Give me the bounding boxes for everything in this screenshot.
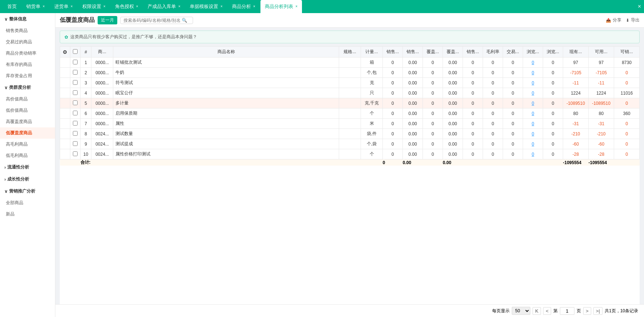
row-checkbox-input[interactable] [73, 131, 78, 136]
nav-tab-analysis[interactable]: 商品分析 × [228, 0, 260, 13]
row-checkbox-input[interactable] [73, 60, 78, 64]
search-input[interactable] [123, 18, 182, 23]
sidebar-item-inventory-capital[interactable]: 库存资金占用 [0, 70, 55, 82]
row-browse1[interactable]: 0 [523, 88, 543, 98]
last-page-button[interactable]: >| [593, 307, 602, 315]
col-spec[interactable]: 规格... [339, 47, 361, 58]
col-browse2[interactable]: 浏览... [543, 47, 563, 58]
col-available[interactable]: 可用... [589, 47, 614, 58]
col-name[interactable]: 商品名称 [113, 47, 339, 58]
col-cover2[interactable]: 覆盖... [443, 47, 463, 58]
row-browse1[interactable]: 0 [523, 98, 543, 108]
row-checkbox[interactable] [70, 119, 80, 129]
sidebar-item-new-goods[interactable]: 新品 [0, 209, 55, 220]
nav-tab-permission[interactable]: 权限设置 × [78, 0, 110, 13]
col-settings[interactable]: ⚙ [60, 47, 70, 58]
row-checkbox[interactable] [70, 129, 80, 139]
search-icon[interactable]: 🔍 [182, 18, 187, 23]
row-browse1[interactable]: 0 [523, 149, 543, 159]
row-checkbox[interactable] [70, 98, 80, 108]
close-icon[interactable]: × [43, 0, 45, 13]
row-checkbox-input[interactable] [73, 70, 78, 75]
col-trade[interactable]: 交易... [503, 47, 523, 58]
row-checkbox[interactable] [70, 149, 80, 159]
row-checkbox-input[interactable] [73, 141, 78, 146]
col-code[interactable]: 商... [91, 47, 113, 58]
col-unit[interactable]: 计量... [361, 47, 383, 58]
row-code: 0000... [91, 68, 113, 78]
export-button[interactable]: ⬇ 导出 [626, 17, 640, 23]
sidebar-item-inventory-goods[interactable]: 有库存的商品 [0, 59, 55, 70]
sidebar-item-low-value[interactable]: 低价值商品 [0, 105, 55, 116]
close-icon[interactable]: × [295, 0, 298, 13]
close-icon[interactable]: × [71, 0, 73, 13]
page-size-select[interactable]: 50 100 200 [512, 307, 530, 315]
sidebar-item-category-rate[interactable]: 商品分类动销率 [0, 48, 55, 59]
sidebar-section-cluster[interactable]: ∨ 类群度分析 [0, 82, 55, 94]
sidebar-section-marketing[interactable]: ∨ 营销推广分析 [0, 185, 55, 197]
nav-tab-home[interactable]: 首页 [3, 0, 21, 13]
sidebar-item-all-goods[interactable]: 全部商品 [0, 197, 55, 209]
sidebar-collapse-button[interactable]: « [55, 158, 55, 173]
sidebar-item-low-coverage[interactable]: 低覆盖度商品 [0, 127, 55, 139]
prev-page-button[interactable]: < [543, 307, 551, 315]
row-unit: 个 [361, 149, 383, 159]
row-browse1[interactable]: 0 [523, 119, 543, 129]
col-browse1[interactable]: 浏览... [523, 47, 543, 58]
row-checkbox-input[interactable] [73, 111, 78, 115]
row-browse1[interactable]: 0 [523, 139, 543, 149]
sidebar-section-circulation[interactable]: › 流通性分析 [0, 161, 55, 173]
nav-tab-product-entry[interactable]: 产成品入库单 × [143, 0, 185, 13]
sidebar-item-traded-goods[interactable]: 交易过的商品 [0, 36, 55, 48]
column-settings-button[interactable]: ⚙ [62, 49, 68, 55]
col-sales1[interactable]: 销售... [383, 47, 403, 58]
filter-recent-month-button[interactable]: 近一月 [98, 16, 117, 24]
close-icon[interactable]: × [253, 0, 255, 13]
row-browse1[interactable]: 0 [523, 68, 543, 78]
col-cover1[interactable]: 覆盖... [423, 47, 443, 58]
row-browse1[interactable]: 0 [523, 108, 543, 119]
close-all-tabs-button[interactable]: × [638, 3, 641, 10]
row-checkbox-input[interactable] [73, 90, 78, 95]
col-gross[interactable]: 毛利率 [483, 47, 503, 58]
row-checkbox[interactable] [70, 68, 80, 78]
col-sales2[interactable]: 销售... [403, 47, 423, 58]
row-checkbox-input[interactable] [73, 80, 78, 85]
row-checkbox-input[interactable] [73, 121, 78, 126]
row-checkbox-input[interactable] [73, 151, 78, 156]
row-browse1[interactable]: 0 [523, 78, 543, 88]
col-saleable[interactable]: 可销... [614, 47, 640, 58]
sidebar-item-low-profit[interactable]: 低毛利商品 [0, 150, 55, 161]
next-page-button[interactable]: > [583, 307, 591, 315]
row-browse1[interactable]: 0 [523, 129, 543, 139]
row-checkbox[interactable] [70, 88, 80, 98]
row-checkbox[interactable] [70, 139, 80, 149]
share-button[interactable]: 📤 分享 [606, 17, 621, 23]
row-checkbox[interactable] [70, 108, 80, 119]
page-number-input[interactable] [560, 307, 574, 315]
col-sales3[interactable]: 销售... [463, 47, 483, 58]
nav-tab-role[interactable]: 角色授权 × [111, 0, 143, 13]
first-page-button[interactable]: K [533, 307, 541, 315]
nav-tab-analysis-list[interactable]: 商品分析列表 × [260, 0, 302, 13]
col-current[interactable]: 现有... [563, 47, 589, 58]
sidebar-item-sales-goods[interactable]: 销售类商品 [0, 25, 55, 36]
select-all-checkbox[interactable] [73, 49, 78, 54]
col-checkbox[interactable] [70, 47, 80, 58]
row-checkbox[interactable] [70, 58, 80, 68]
nav-tab-sales[interactable]: 销货单 × [22, 0, 49, 13]
sidebar-item-high-coverage[interactable]: 高覆盖度商品 [0, 116, 55, 127]
sidebar-section-growth[interactable]: › 成长性分析 [0, 173, 55, 185]
row-browse1[interactable]: 0 [523, 58, 543, 68]
row-checkbox[interactable] [70, 78, 80, 88]
close-icon[interactable]: × [220, 0, 223, 13]
nav-tab-purchase[interactable]: 进货单 × [50, 0, 77, 13]
close-icon[interactable]: × [178, 0, 180, 13]
sidebar-item-high-profit[interactable]: 高毛利商品 [0, 139, 55, 150]
close-icon[interactable]: × [136, 0, 138, 13]
sidebar-section-overall[interactable]: ∨ 整体信息 [0, 13, 55, 25]
close-icon[interactable]: × [103, 0, 106, 13]
row-checkbox-input[interactable] [73, 100, 78, 105]
sidebar-item-high-value[interactable]: 高价值商品 [0, 94, 55, 105]
nav-tab-template[interactable]: 单据模板设置 × [185, 0, 227, 13]
